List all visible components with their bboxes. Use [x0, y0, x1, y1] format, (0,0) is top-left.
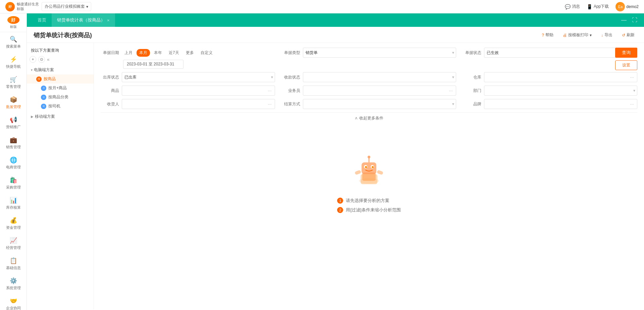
filter-action-buttons: 查询 设置: [615, 48, 637, 70]
refresh-icon: ↺: [622, 33, 625, 38]
panel-title: 按以下方案查询: [31, 48, 59, 53]
settlement-label: 结算方式: [282, 101, 300, 107]
recipient-label: 收货人: [101, 101, 119, 107]
sidebar-item-operation[interactable]: 📈 经营管理: [0, 234, 26, 254]
search-icon: 🔍: [10, 36, 17, 43]
step-num-2: 2: [337, 207, 343, 213]
step-num-1: 1: [337, 198, 343, 204]
date-tab-custom[interactable]: 自定义: [198, 49, 215, 57]
date-tab-7days[interactable]: 近7天: [166, 49, 182, 57]
sidebar-item-ecommerce[interactable]: 🌐 电商管理: [0, 153, 26, 173]
sidebar-item-basic[interactable]: 📋 基础信息: [0, 254, 26, 274]
tree-item-by-month-label: 按月+商品: [48, 85, 67, 91]
settlement-dropdown-icon[interactable]: ▾: [452, 102, 454, 106]
print-button[interactable]: 🖨 按模板打印 ▾: [560, 31, 594, 39]
tree-group-desktop-header[interactable]: ▾ 电脑端方案: [27, 65, 94, 74]
date-tab-thismonth[interactable]: 本月: [137, 49, 150, 57]
brand-more-icon[interactable]: ···: [629, 101, 635, 107]
window-controls: — ⛶: [620, 16, 639, 24]
avatar: Ea: [615, 2, 625, 11]
empty-step-2-text: 用[过滤]条件来缩小分析范围: [346, 207, 400, 213]
ecommerce-icon: 🌐: [10, 156, 17, 164]
payment-status-dropdown-icon[interactable]: ▾: [452, 75, 454, 80]
empty-step-2: 2 用[过滤]条件来缩小分析范围: [337, 207, 400, 213]
tab-close-icon[interactable]: ×: [107, 18, 110, 23]
tab-home[interactable]: 首页: [32, 13, 52, 27]
product-more-icon[interactable]: ···: [266, 88, 273, 93]
help-button[interactable]: ? 帮助: [539, 31, 556, 39]
sidebar-item-purchase[interactable]: 🛍️ 采购管理: [0, 173, 26, 193]
download-icon: 📱: [587, 4, 592, 9]
product-wrap: ···: [122, 86, 275, 96]
print-dropdown-icon[interactable]: ▾: [590, 33, 592, 38]
salesperson-label: 业务员: [282, 88, 300, 94]
top-header: 好 畅捷通好生意 标版 办公用品行业模拟账套 ▾ 💬 消息 📱 App下载 Ea…: [0, 0, 644, 13]
workspace-selector[interactable]: 办公用品行业模拟账套 ▾: [42, 2, 91, 11]
sidebar-item-retail[interactable]: 🛒 零售管理: [0, 72, 26, 93]
tree-item-by-product[interactable]: 按 按商品: [27, 74, 94, 84]
sidebar-item-cooperation[interactable]: 🤝 企业协同: [0, 294, 26, 310]
salesperson-input[interactable]: [303, 86, 456, 96]
sidebar-label-ecommerce: 电商管理: [6, 165, 21, 170]
minimize-icon[interactable]: —: [620, 16, 628, 24]
payment-status-wrap: ▾: [303, 72, 456, 82]
warehouse-input[interactable]: [484, 72, 637, 82]
collapse-more-conditions[interactable]: ∧ 收起更多条件: [101, 112, 637, 124]
add-scheme-button[interactable]: +: [30, 56, 36, 63]
recipient-more-icon[interactable]: ···: [266, 101, 273, 107]
tab-current[interactable]: 销货单统计表（按商品） ×: [52, 13, 115, 27]
settings-scheme-icon: ⊙: [40, 57, 43, 62]
payment-status-input[interactable]: [303, 72, 456, 82]
warehouse-status-wrap: 已出库 ▾: [122, 72, 275, 82]
warehouse-more-icon[interactable]: ···: [629, 74, 635, 80]
settings-scheme-button[interactable]: ⊙: [38, 56, 45, 63]
recipient-input[interactable]: [122, 99, 275, 109]
sidebar-item-system[interactable]: ⚙️ 系统管理: [0, 274, 26, 294]
query-button[interactable]: 查询: [615, 48, 637, 58]
app-download-action[interactable]: 📱 App下载: [587, 4, 609, 9]
message-action[interactable]: 💬 消息: [565, 4, 580, 9]
date-range-display[interactable]: 2023-03-01 至 2023-03-31: [123, 60, 183, 69]
tree-item-by-category[interactable]: 分 按商品分类: [27, 93, 94, 102]
sidebar-label-sales: 销售管理: [6, 145, 21, 150]
collapse-panel-button[interactable]: «: [47, 57, 50, 62]
user-name[interactable]: demo2: [626, 4, 639, 9]
page-header: 销货单统计表(按商品) ? 帮助 🖨 按模板打印 ▾ ↓ 导出: [27, 27, 644, 43]
sidebar-label-system: 系统管理: [6, 286, 21, 291]
date-tabs: 上月 本月 本年 近7天 更多 自定义: [122, 49, 215, 57]
tree-expand-mobile-icon: ▶: [31, 115, 34, 118]
warehouse-label: 仓库: [463, 74, 481, 80]
sidebar-item-inventory[interactable]: 📊 库存核算: [0, 193, 26, 213]
sidebar-item-search[interactable]: 🔍 搜索菜单: [0, 32, 26, 52]
doctype-value: 销货单: [306, 50, 449, 56]
settlement-input[interactable]: [303, 99, 456, 109]
empty-robot-svg: [349, 151, 389, 191]
maximize-icon[interactable]: ⛶: [631, 16, 639, 24]
brand-input[interactable]: [484, 99, 637, 109]
sidebar-item-sales[interactable]: 💼 销售管理: [0, 133, 26, 153]
wholesale-icon: 📦: [10, 96, 17, 103]
tree-item-by-sku[interactable]: 司 按司机: [27, 102, 94, 111]
sidebar-item-quicknav[interactable]: ⚡ 快捷导航: [0, 52, 26, 72]
date-tab-more[interactable]: 更多: [183, 49, 197, 57]
salesperson-more-icon[interactable]: ···: [447, 88, 454, 93]
sidebar-label-marketing: 营销推广: [6, 124, 21, 130]
user-profile[interactable]: Ea demo2: [615, 2, 639, 11]
tree-item-by-month-product[interactable]: 月 按月+商品: [27, 84, 94, 93]
settings-button[interactable]: 设置: [615, 60, 637, 70]
sidebar-item-marketing[interactable]: 📢 营销推广: [0, 113, 26, 133]
refresh-button[interactable]: ↺ 刷新: [619, 31, 637, 39]
warehouse-status-dropdown-icon[interactable]: ▾: [271, 75, 273, 80]
date-tab-thisyear[interactable]: 本年: [151, 49, 165, 57]
date-tab-lastmonth[interactable]: 上月: [122, 49, 135, 57]
doctype-dropdown-icon[interactable]: ▾: [452, 50, 454, 55]
department-input[interactable]: [484, 86, 637, 96]
sidebar-item-wholesale[interactable]: 📦 批发管理: [0, 93, 26, 113]
export-button[interactable]: ↓ 导出: [598, 31, 615, 39]
brand-wrap: ···: [484, 99, 637, 109]
tree-group-mobile-header[interactable]: ▶ 移动端方案: [27, 112, 94, 121]
sidebar-item-finance[interactable]: 💰 资金管理: [0, 213, 26, 234]
sidebar-label-quicknav: 快捷导航: [6, 64, 21, 69]
product-input[interactable]: [122, 86, 275, 96]
department-dropdown-icon[interactable]: ▾: [633, 88, 635, 93]
